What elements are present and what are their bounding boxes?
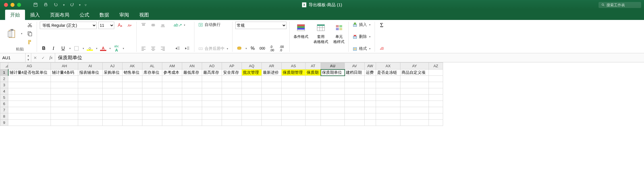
cell-AI7[interactable] <box>78 107 103 113</box>
cell-AV6[interactable] <box>345 101 365 107</box>
name-box[interactable] <box>0 53 26 62</box>
cell-AX3[interactable] <box>376 82 400 88</box>
search-input[interactable] <box>606 3 638 7</box>
redo-icon[interactable] <box>69 2 75 8</box>
undo-icon[interactable] <box>53 2 59 8</box>
cell-AM1[interactable]: 参考成本 <box>162 69 182 76</box>
row-header-3[interactable]: 3 <box>0 82 8 88</box>
spreadsheet-grid[interactable]: AGAHAIAJAKALAMANAOAPAQARASATAUAVAWAXAYAZ… <box>0 62 644 126</box>
cell-AQ9[interactable] <box>242 120 262 126</box>
cell-AO6[interactable] <box>202 101 222 107</box>
cell-AK2[interactable] <box>122 76 142 82</box>
cell-AP8[interactable] <box>222 113 242 120</box>
tab-视图[interactable]: 视图 <box>134 10 154 20</box>
cell-AS3[interactable] <box>282 82 306 88</box>
cell-AZ1[interactable] <box>429 69 443 76</box>
cell-AQ4[interactable] <box>242 88 262 95</box>
cell-AK3[interactable] <box>122 82 142 88</box>
cell-AW3[interactable] <box>365 82 376 88</box>
cell-AW8[interactable] <box>365 113 376 120</box>
cell-AL3[interactable] <box>142 82 162 88</box>
cell-AI8[interactable] <box>78 113 103 120</box>
cell-AP5[interactable] <box>222 95 242 101</box>
cell-AG2[interactable] <box>8 76 51 82</box>
cell-AM5[interactable] <box>162 95 182 101</box>
insert-cells-button[interactable]: 插入▾ <box>352 22 372 28</box>
tab-插入[interactable]: 插入 <box>25 10 45 20</box>
cell-AP1[interactable]: 安全库存 <box>222 69 242 76</box>
cell-AN8[interactable] <box>182 113 202 120</box>
decrease-font-icon[interactable]: A▾ <box>126 22 134 29</box>
cell-AO2[interactable] <box>202 76 222 82</box>
format-cells-button[interactable]: 格式▾ <box>352 46 372 52</box>
dropdown-caret-icon[interactable]: ▾ <box>79 3 81 7</box>
cell-AR4[interactable] <box>262 88 282 95</box>
cell-AJ3[interactable] <box>103 82 122 88</box>
column-header-AS[interactable]: AS <box>282 63 306 69</box>
cell-AT6[interactable] <box>306 101 321 107</box>
cell-AO4[interactable] <box>202 88 222 95</box>
cell-AG9[interactable] <box>8 120 51 126</box>
cell-AH3[interactable] <box>51 82 78 88</box>
cell-AH9[interactable] <box>51 120 78 126</box>
cell-AW7[interactable] <box>365 107 376 113</box>
cell-AS2[interactable] <box>282 76 306 82</box>
cell-AP7[interactable] <box>222 107 242 113</box>
cell-AO1[interactable]: 最高库存 <box>202 69 222 76</box>
name-box-input[interactable] <box>2 55 23 60</box>
cell-AJ5[interactable] <box>103 95 122 101</box>
column-header-AM[interactable]: AM <box>162 63 182 69</box>
column-header-AZ[interactable]: AZ <box>429 63 443 69</box>
row-header-5[interactable]: 5 <box>0 95 8 101</box>
align-left-icon[interactable] <box>140 45 148 52</box>
cell-AJ6[interactable] <box>103 101 122 107</box>
column-header-AX[interactable]: AX <box>376 63 400 69</box>
clear-icon[interactable] <box>378 45 386 52</box>
cell-AJ1[interactable]: 采购单位 <box>103 69 122 76</box>
cell-AV3[interactable] <box>345 82 365 88</box>
font-color-icon[interactable]: A <box>99 45 107 52</box>
cell-AQ1[interactable]: 批次管理 <box>242 69 262 76</box>
cell-AK8[interactable] <box>122 113 142 120</box>
tab-页面布局[interactable]: 页面布局 <box>45 10 74 20</box>
paste-button[interactable] <box>6 28 19 40</box>
cell-AX5[interactable] <box>376 95 400 101</box>
cell-AZ6[interactable] <box>429 101 443 107</box>
cell-AJ4[interactable] <box>103 88 122 95</box>
print-icon[interactable] <box>43 2 49 8</box>
cell-AM2[interactable] <box>162 76 182 82</box>
cell-AG6[interactable] <box>8 101 51 107</box>
cell-AZ3[interactable] <box>429 82 443 88</box>
cell-AM8[interactable] <box>162 113 182 120</box>
cell-AL9[interactable] <box>142 120 162 126</box>
cell-AV9[interactable] <box>345 120 365 126</box>
cell-AV5[interactable] <box>345 95 365 101</box>
cell-AM9[interactable] <box>162 120 182 126</box>
row-header-2[interactable]: 2 <box>0 76 8 82</box>
maximize-window-button[interactable] <box>17 3 21 7</box>
cell-AU1[interactable]: 保质期单位 <box>321 69 345 76</box>
cell-AO9[interactable] <box>202 120 222 126</box>
tab-审阅[interactable]: 审阅 <box>114 10 134 20</box>
cell-AG4[interactable] <box>8 88 51 95</box>
column-header-AT[interactable]: AT <box>306 63 321 69</box>
cell-AL4[interactable] <box>142 88 162 95</box>
cell-AG5[interactable] <box>8 95 51 101</box>
cell-AZ4[interactable] <box>429 88 443 95</box>
cell-AT8[interactable] <box>306 113 321 120</box>
cell-AI1[interactable]: 报表辅单位 <box>78 69 103 76</box>
dropdown-caret-icon[interactable]: ▾ <box>63 3 65 7</box>
cell-AN3[interactable] <box>182 82 202 88</box>
font-size-select[interactable]: 11 <box>98 22 114 29</box>
cell-AH7[interactable] <box>51 107 78 113</box>
minimize-window-button[interactable] <box>11 3 14 7</box>
cell-AP4[interactable] <box>222 88 242 95</box>
cell-AT4[interactable] <box>306 88 321 95</box>
tab-公式[interactable]: 公式 <box>74 10 94 20</box>
cell-AQ5[interactable] <box>242 95 262 101</box>
cell-AI2[interactable] <box>78 76 103 82</box>
cell-AH5[interactable] <box>51 95 78 101</box>
cell-AX6[interactable] <box>376 101 400 107</box>
percent-icon[interactable]: % <box>249 45 257 52</box>
cell-style-button[interactable]: 单元 格样式 <box>332 22 346 45</box>
